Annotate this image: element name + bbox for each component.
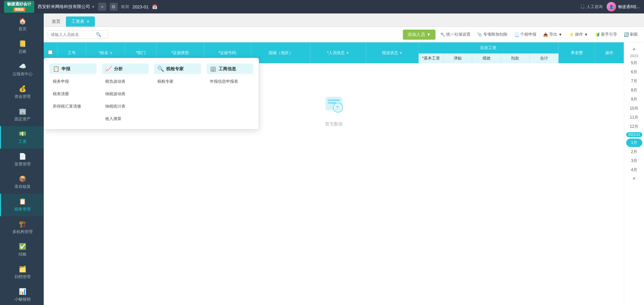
col-report-status: 报送状态 ▼: [366, 42, 418, 63]
sub-col-basic: *基本工资: [419, 53, 444, 63]
popup-section-tax-expert: 🔍 税检专家 税检专家: [154, 64, 201, 124]
col-nationality: 国籍（地区）: [251, 42, 310, 63]
cal-month-sep[interactable]: 9月: [626, 95, 642, 104]
operation-icon: ⚡: [569, 32, 574, 37]
sort-icon[interactable]: ⇅: [110, 51, 112, 55]
calendar-up-arrow[interactable]: ▲: [631, 44, 638, 52]
tab-close-icon[interactable]: ✕: [86, 20, 89, 24]
popup-section-header-tax-expert: 🔍 税检专家: [154, 64, 201, 74]
tab-home[interactable]: 首页: [46, 16, 66, 27]
company-selector[interactable]: 西安虾米网络科技有限公司 ▼: [38, 4, 95, 10]
popup-item-income-tax-clear[interactable]: 所得税汇算清缴: [49, 102, 97, 111]
tab-salary-sheet[interactable]: 工资表 ✕: [66, 16, 95, 27]
refresh-button[interactable]: 🔄 刷新: [622, 30, 640, 39]
sidebar-item-fund[interactable]: 💰 资金管理: [0, 81, 44, 104]
add-person-button[interactable]: 添加人员 ▼: [403, 30, 435, 40]
settings-icon[interactable]: ⚙: [110, 3, 118, 11]
cal-month-may[interactable]: 5月: [626, 59, 642, 67]
cal-month-dec[interactable]: 12月: [626, 122, 642, 131]
headset-icon: 🎧: [580, 4, 585, 9]
cal-month-jul[interactable]: 7月: [626, 77, 642, 85]
mini-report-icon: 📊: [19, 288, 26, 295]
tax-return-icon: 📃: [514, 32, 519, 37]
multi-org-icon: 🏗️: [19, 220, 26, 228]
sidebar-item-tax[interactable]: 📋 税务管理: [0, 194, 44, 216]
export-button[interactable]: 📤 导出 ▼: [541, 30, 564, 39]
empty-text: 暂无数据: [325, 121, 343, 127]
popup-item-tax-declare[interactable]: 税务申报: [49, 77, 97, 86]
social-security-button[interactable]: 🔧 统一社保设置: [438, 30, 472, 39]
cal-month-apr[interactable]: 4月: [626, 166, 642, 174]
help-button[interactable]: 🎧 人工咨询: [580, 4, 603, 10]
status-filter-icon[interactable]: ▼: [346, 51, 349, 55]
checkout-icon: ✅: [19, 243, 26, 250]
sidebar-item-inventory[interactable]: 📦 库存核算: [0, 171, 44, 194]
sidebar-item-mini-report[interactable]: 📊 小畅报销: [0, 284, 44, 305]
guide-button[interactable]: 🔰 新手引导: [593, 30, 619, 39]
add-company-button[interactable]: +: [98, 3, 106, 11]
search-input[interactable]: [51, 32, 94, 37]
col-payroll-group: 应发工资: [419, 42, 559, 53]
special-deduct-icon: 📎: [477, 32, 482, 37]
top-header: 畅捷通好会计 旗舰版 西安虾米网络科技有限公司 ▼ + ⚙ 账期 2023-01…: [0, 0, 644, 13]
popup-item-tax-payment[interactable]: 纳税波动表: [102, 89, 149, 99]
invoice-icon: 📄: [19, 153, 26, 160]
svg-text:?: ?: [336, 105, 339, 110]
popup-item-tax-table[interactable]: 税表清册: [49, 89, 97, 99]
calendar-panel: ▲ 2023 5月 6月 7月 8月 9月 10月 11月 12月 2023.0…: [624, 42, 644, 305]
sidebar-item-checkout[interactable]: ✅ 结账: [0, 239, 44, 261]
sub-col-total: 合计: [530, 53, 559, 63]
empty-icon: ?: [320, 90, 347, 117]
operation-button[interactable]: ⚡ 操作 ▼: [567, 30, 590, 39]
cal-month-feb[interactable]: 2月: [626, 148, 642, 156]
avatar: 👤: [607, 2, 616, 11]
fund-icon: 💰: [19, 85, 26, 92]
header-right: 🎧 人工咨询 👤 畅捷通8组...: [580, 2, 640, 11]
home-icon: 🏠: [19, 17, 26, 25]
select-all-checkbox[interactable]: [48, 50, 52, 54]
content-inner: 工号 *姓名 ⇅ *部门 *证据类型: [44, 42, 644, 305]
special-deduct-button[interactable]: 📎 专项附加扣除: [475, 30, 509, 39]
popup-item-tax-burden[interactable]: 税负波动表: [102, 77, 149, 86]
col-status: *人员状态 ▼: [310, 42, 366, 63]
content-area: 首页 工资表 ✕ 🔍 添加人员 ▼ 🔧 统一社保设置 📎: [44, 13, 644, 305]
search-icon: 🔍: [96, 32, 101, 37]
sidebar-item-cloud-report[interactable]: ☁️ 云报表中心: [0, 59, 44, 81]
sidebar-item-ledger[interactable]: 📒 总账: [0, 36, 44, 59]
tax-expert-section-icon: 🔍: [157, 66, 164, 72]
tax-return-button[interactable]: 📃 个税申报: [512, 30, 538, 39]
cal-month-jan[interactable]: 1月: [626, 139, 642, 147]
cal-month-mar[interactable]: 3月: [626, 157, 642, 165]
sidebar-item-home[interactable]: 🏠 首页: [0, 13, 44, 36]
popup-item-income-forecast[interactable]: 收入测算: [102, 114, 149, 124]
report-filter-icon[interactable]: ▼: [399, 51, 403, 55]
cal-year-2023-label: 2023: [630, 54, 638, 58]
business-info-icon: 🏢: [210, 66, 217, 72]
tax-icon: 📋: [19, 198, 26, 205]
popup-item-annual-report[interactable]: 年报信息申报表: [206, 77, 254, 86]
ledger-icon: 📒: [19, 40, 26, 47]
sidebar-item-salary[interactable]: 💵 工资: [0, 126, 44, 149]
export-icon: 📤: [543, 32, 548, 37]
popup-item-tax-expert[interactable]: 税检专家: [154, 77, 201, 86]
search-box[interactable]: 🔍: [48, 30, 108, 39]
cal-month-nov[interactable]: 11月: [626, 113, 642, 122]
sidebar-item-invoice[interactable]: 📄 发票管理: [0, 149, 44, 171]
popup-section-declaration: 📋 申报 税务申报 税表清册 所得税汇算清缴: [49, 64, 97, 124]
add-dropdown-icon: ▼: [426, 32, 431, 37]
sidebar-item-archive[interactable]: 🗂️ 归档管理: [0, 261, 44, 284]
sidebar-item-asset[interactable]: 🏢 固定资产: [0, 104, 44, 126]
user-info[interactable]: 👤 畅捷通8组...: [607, 2, 640, 11]
popup-section-header-analysis: 📈 分析: [102, 64, 149, 74]
popup-item-tax-stats[interactable]: 纳税统计表: [102, 102, 149, 111]
export-dropdown-icon: ▼: [558, 32, 562, 37]
cal-month-aug[interactable]: 8月: [626, 86, 642, 94]
table-wrapper: 工号 *姓名 ⇅ *部门 *证据类型: [44, 42, 624, 305]
popup-section-header-declaration: 📋 申报: [49, 64, 97, 74]
cal-month-jun[interactable]: 6月: [626, 68, 642, 76]
calendar-down-arrow[interactable]: ▼: [631, 175, 638, 183]
sidebar-item-multi-org[interactable]: 🏗️ 多机构管理: [0, 216, 44, 239]
cal-month-oct[interactable]: 10月: [626, 104, 642, 113]
calendar-icon[interactable]: 📅: [152, 4, 157, 9]
salary-icon: 💵: [19, 130, 26, 138]
